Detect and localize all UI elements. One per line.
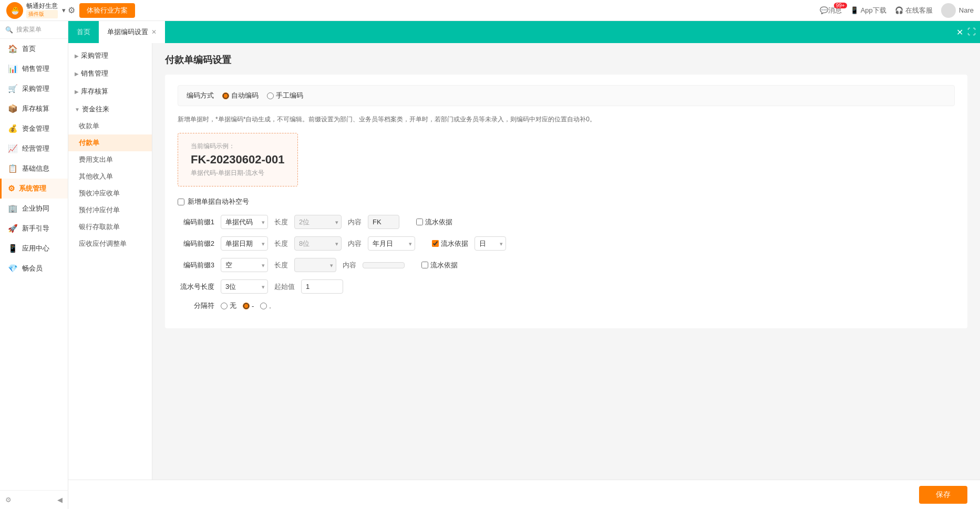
message-badge-wrap[interactable]: 💬 消息 99+ <box>820 6 842 15</box>
prefix2-select-wrap[interactable]: 单据日期 <box>221 236 268 251</box>
second-sidebar-group-fund-title[interactable]: ▼ 资金往来 <box>68 101 152 118</box>
trial-button[interactable]: 体验行业方案 <box>79 3 135 18</box>
nav-expand-icon[interactable]: ▾ <box>62 6 66 14</box>
second-sidebar-item-ar-ap-adjust[interactable]: 应收应付调整单 <box>68 235 152 252</box>
prefix3-serial-checkbox[interactable] <box>421 262 428 268</box>
sidebar-item-system[interactable]: ⚙ 系统管理 <box>0 179 68 199</box>
second-sidebar-group-inventory-title[interactable]: ▶ 库存核算 <box>68 83 152 100</box>
prefix3-select[interactable]: 空 <box>221 258 268 272</box>
prefix3-length-select[interactable] <box>294 258 336 272</box>
second-sidebar-item-bank-deposit[interactable]: 银行存取款单 <box>68 219 152 235</box>
second-sidebar-item-other-income[interactable]: 其他收入单 <box>68 168 152 185</box>
preview-label: 当前编码示例： <box>191 142 285 151</box>
second-sidebar-item-receipt[interactable]: 收款单 <box>68 118 152 134</box>
separator-none-radio[interactable] <box>221 303 228 309</box>
app-download[interactable]: 📱 App下载 <box>850 6 886 15</box>
topbar-nav: ▾ ⚙ <box>62 5 75 15</box>
sidebar-collapse-icon[interactable]: ◀ <box>57 496 63 504</box>
chevron-right-icon: ▶ <box>75 53 79 59</box>
serial-start-input[interactable] <box>301 279 343 294</box>
prefix1-select-wrap[interactable]: 单据代码 <box>221 215 268 229</box>
tab-close-icon[interactable]: ✕ <box>151 28 157 36</box>
auto-fill-checkbox[interactable] <box>178 199 184 205</box>
app-center-icon: 📱 <box>8 244 18 253</box>
prefix2-serial-checkbox[interactable] <box>432 240 439 247</box>
avatar <box>941 3 956 18</box>
user-info[interactable]: Nare <box>941 3 974 18</box>
manual-encoding-label: 手工编码 <box>276 91 303 100</box>
second-sidebar-group-purchase: ▶ 采购管理 <box>68 47 152 64</box>
sidebar-label-purchase: 采购管理 <box>22 84 49 94</box>
second-sidebar-item-payment[interactable]: 付款单 <box>68 134 152 151</box>
sidebar-item-basic[interactable]: 📋 基础信息 <box>0 159 68 179</box>
separator-dash-option[interactable]: - <box>243 302 254 310</box>
separator-dash-radio[interactable] <box>243 303 250 309</box>
prefix2-serial-check[interactable]: 流水依据 <box>432 239 468 248</box>
second-sidebar-item-advance-receipt[interactable]: 预收冲应收单 <box>68 185 152 202</box>
sidebar-item-guide[interactable]: 🚀 新手引导 <box>0 219 68 238</box>
separator-label: 分隔符 <box>178 301 214 310</box>
second-sidebar-item-expense[interactable]: 费用支出单 <box>68 151 152 168</box>
nav-settings-icon[interactable]: ⚙ <box>68 5 75 15</box>
prefix1-serial-check[interactable]: 流水依据 <box>416 217 452 227</box>
prefix2-length-select[interactable]: 8位 <box>294 236 342 251</box>
tab-serial-setting[interactable]: 单据编码设置 ✕ <box>99 21 165 43</box>
prefix2-serial-unit-select[interactable]: 日 <box>474 236 506 251</box>
prefix3-select-wrap[interactable]: 空 <box>221 258 268 272</box>
prefix2-serial-label: 流水依据 <box>441 239 468 248</box>
sidebar-search[interactable]: 🔍 搜索菜单 <box>0 21 68 39</box>
prefix1-serial-checkbox[interactable] <box>416 219 423 225</box>
prefix3-length-wrap[interactable] <box>294 258 336 272</box>
sales-icon: 📊 <box>8 64 18 74</box>
prefix1-select[interactable]: 单据代码 <box>221 215 268 229</box>
prefix2-select[interactable]: 单据日期 <box>221 236 268 251</box>
sidebar-item-inventory[interactable]: 📦 库存核算 <box>0 99 68 119</box>
prefix2-serial-unit-wrap[interactable]: 日 <box>474 236 506 251</box>
auto-encoding-radio[interactable] <box>222 92 229 99</box>
prefix2-content-select[interactable]: 年月日 <box>368 236 415 251</box>
vip-icon: 💎 <box>8 264 18 273</box>
encoding-method-label: 编码方式 <box>187 91 214 100</box>
second-sidebar-item-advance-payment[interactable]: 预付冲应付单 <box>68 202 152 219</box>
basic-icon: 📋 <box>8 164 18 173</box>
save-button[interactable]: 保存 <box>919 486 967 504</box>
serial-length-select[interactable]: 3位 <box>221 279 268 294</box>
tabbar-fullscreen-button[interactable]: ⛶ <box>967 27 976 37</box>
sidebar-item-fund[interactable]: 💰 资金管理 <box>0 119 68 139</box>
tabbar-actions: ✕ ⛶ <box>952 21 980 43</box>
second-sidebar: ▶ 采购管理 ▶ 销售管理 ▶ 库存核算 <box>68 43 152 480</box>
separator-none-option[interactable]: 无 <box>221 301 236 310</box>
serial-length-wrap[interactable]: 3位 <box>221 279 268 294</box>
encoding-method-row: 编码方式 自动编码 手工编码 <box>178 85 955 106</box>
sidebar-item-purchase[interactable]: 🛒 采购管理 <box>0 79 68 99</box>
sidebar-label-home: 首页 <box>22 44 36 54</box>
sidebar-item-operation[interactable]: 📈 经营管理 <box>0 139 68 159</box>
manual-encoding-option[interactable]: 手工编码 <box>267 91 303 100</box>
prefix2-length-wrap[interactable]: 8位 <box>294 236 342 251</box>
prefix3-serial-check[interactable]: 流水依据 <box>421 261 458 270</box>
separator-dot-option[interactable]: . <box>260 302 271 310</box>
sidebar-label-operation: 经营管理 <box>22 144 49 153</box>
second-sidebar-group-purchase-title[interactable]: ▶ 采购管理 <box>68 47 152 64</box>
sidebar-item-home[interactable]: 🏠 首页 <box>0 39 68 59</box>
online-service[interactable]: 🎧 在线客服 <box>895 6 933 15</box>
tab-home[interactable]: 首页 <box>68 21 99 43</box>
content-area: ▶ 采购管理 ▶ 销售管理 ▶ 库存核算 <box>68 43 980 480</box>
serial-start-label: 起始值 <box>274 282 295 292</box>
separator-dot-radio[interactable] <box>260 303 267 309</box>
sidebar-item-sales[interactable]: 📊 销售管理 <box>0 59 68 79</box>
sidebar-item-enterprise[interactable]: 🏢 企业协同 <box>0 199 68 219</box>
auto-encoding-option[interactable]: 自动编码 <box>222 91 259 100</box>
second-sidebar-group-sales-title[interactable]: ▶ 销售管理 <box>68 65 152 82</box>
sidebar-item-vip[interactable]: 💎 畅会员 <box>0 258 68 278</box>
manual-encoding-radio[interactable] <box>267 92 274 99</box>
tab-serial-label: 单据编码设置 <box>107 27 148 37</box>
prefix1-content-label: 内容 <box>348 217 362 227</box>
prefix1-length-wrap[interactable]: 2位 <box>294 215 342 229</box>
tabbar-close-button[interactable]: ✕ <box>956 27 963 37</box>
sidebar-settings-icon[interactable]: ⚙ <box>5 496 12 504</box>
sidebar-item-app[interactable]: 📱 应用中心 <box>0 238 68 258</box>
prefix2-content-wrap[interactable]: 年月日 <box>368 236 415 251</box>
message-badge: 99+ <box>834 3 847 8</box>
prefix1-length-select[interactable]: 2位 <box>294 215 342 229</box>
